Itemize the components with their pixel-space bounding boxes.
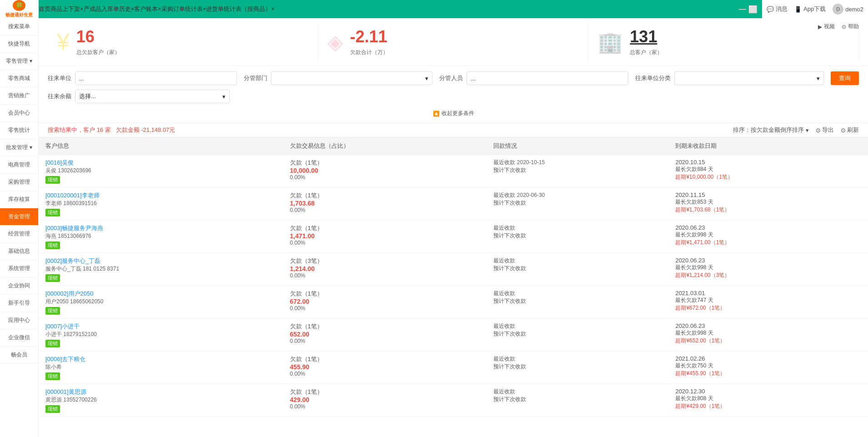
branch-person-input[interactable]: ... (467, 71, 628, 85)
customer-name[interactable]: [0007]小进干 (45, 322, 276, 331)
tab-进货单统计表（按商品）[interactable]: 进货单统计表（按商品）× (206, 5, 275, 13)
from-balance-select[interactable]: 选择... ▾ (75, 90, 230, 103)
due-date: 2020.06.23 (675, 257, 861, 264)
refresh-icon: ⊙ (841, 127, 846, 134)
sidebar-item-16[interactable]: 新手引导 (0, 295, 38, 312)
search-button[interactable]: 查询 (831, 71, 859, 85)
overdue-link[interactable]: 超期¥429.00（1笔） (675, 402, 861, 410)
max-debt-days: 最长欠款747 天 (675, 296, 861, 304)
sidebar-item-17[interactable]: 应用中心 (0, 312, 38, 329)
tab-客户账本[interactable]: 客户账本× (134, 5, 161, 13)
customer-name[interactable]: [000002]用户2050 (45, 290, 276, 298)
tab-close-icon[interactable]: × (131, 5, 135, 12)
help-btn[interactable]: ⊙ 帮助 (842, 23, 859, 30)
sidebar-item-6[interactable]: 零售统计 (0, 122, 38, 139)
overdue-link[interactable]: 超期¥672.00（1笔） (675, 304, 861, 312)
sidebar-item-19[interactable]: 畅会员 (0, 347, 38, 364)
overdue-link[interactable]: 超期¥652.00（1笔） (675, 337, 861, 345)
stat-debt-customers: ¥ 16 总欠款客户（家） (48, 23, 318, 61)
customer-phone: 海燕 18513066976 (45, 232, 276, 240)
col-customer-info: 客户信息 (39, 137, 283, 155)
stat-info-2: -2.11 欠款合计（万） (350, 27, 388, 56)
overdue-link[interactable]: 超期¥1,471.00（1笔） (675, 239, 861, 246)
tab-close-icon[interactable]: × (271, 5, 275, 12)
last-collect: 最近收款 (493, 290, 662, 297)
sidebar-item-5[interactable]: 会员中心 (0, 105, 38, 122)
overdue-link[interactable]: 超期¥1,703.68（1笔） (675, 206, 861, 214)
tab-商品上下架[interactable]: 商品上下架× (50, 5, 84, 13)
max-debt-days: 最长欠款750 天 (675, 362, 861, 370)
filter-row-2: 往来余额 选择... ▾ (48, 90, 230, 103)
logo-icon: 🍀 (13, 0, 25, 11)
due-date: 2020.10.15 (675, 159, 861, 166)
sidebar-item-2[interactable]: 零售管理 ▾ (0, 53, 38, 70)
top-right-area: 💬 消息 📱 App下载 D demo2 (762, 0, 868, 18)
table-row: [0001020001]李老师 李老师 18600391516 现销 欠款（1笔… (39, 188, 868, 221)
sidebar-item-9[interactable]: 采购管理 (0, 174, 38, 191)
last-collect: 最近收款 (493, 257, 662, 265)
sidebar-item-3[interactable]: 零售商城 (0, 70, 38, 87)
stats-bar: ¥ 16 总欠款客户（家） ◈ -2.11 欠款合计（万） 🏢 131 总客户（… (39, 18, 868, 66)
window-minimize-btn[interactable]: — (739, 5, 746, 13)
tab-close-icon[interactable]: × (80, 5, 84, 12)
sidebar-item-7[interactable]: 批发管理 ▾ (0, 139, 38, 156)
stat-debt-amount: ◈ -2.11 欠款合计（万） (318, 23, 589, 61)
debt-amount: 1,214.00 (290, 265, 480, 272)
debt-customers-label: 总欠款客户（家） (76, 49, 120, 56)
customer-name[interactable]: [0002]服务中心_丁磊 (45, 257, 276, 265)
refresh-btn[interactable]: ⊙ 刷新 (841, 126, 859, 134)
tab-产成品入库单历史[interactable]: 产成品入库单历史× (84, 5, 135, 13)
main-content: ¥ 16 总欠款客户（家） ◈ -2.11 欠款合计（万） 🏢 131 总客户（… (39, 18, 868, 437)
sidebar-item-15[interactable]: 企业协同 (0, 277, 38, 295)
from-unit-input[interactable]: ... (75, 71, 237, 85)
sidebar-item-11[interactable]: 资金管理 (0, 208, 38, 226)
sidebar-item-12[interactable]: 经营管理 (0, 226, 38, 243)
sort-selector[interactable]: 排序：按欠款金额倒序排序 ▾ (733, 126, 809, 134)
sidebar-item-18[interactable]: 企业微信 (0, 329, 38, 347)
user-avatar[interactable]: D demo2 (833, 4, 863, 15)
overdue-link[interactable]: 超期¥1,214.00（3笔） (675, 271, 861, 279)
app-download-btn[interactable]: 📱 App下载 (794, 5, 826, 13)
customer-name[interactable]: [000001]黄思源 (45, 388, 276, 396)
due-date-cell: 2021.03.01 最长欠款747 天 超期¥672.00（1笔） (668, 286, 868, 319)
message-btn[interactable]: 💬 消息 (767, 5, 788, 13)
customer-name[interactable]: [0016]吴俊 (45, 159, 276, 167)
from-unit-class-select[interactable]: ▾ (674, 71, 824, 85)
payment-status-cell: 最近收款 预计下次收款 (487, 319, 668, 352)
max-debt-days: 最长欠款998 天 (675, 329, 861, 337)
sidebar-item-0[interactable]: 搜索菜单 (0, 18, 38, 35)
sidebar-item-14[interactable]: 系统管理 (0, 260, 38, 277)
video-btn[interactable]: ▶ 视频 (818, 23, 835, 30)
customer-tag: 现销 (45, 340, 60, 347)
collapse-filters-btn[interactable]: 🔼 收起更多条件 (48, 108, 859, 119)
tab-首页[interactable]: 首页 (39, 5, 50, 13)
payment-status-cell: 最近收款 预计下次收款 (487, 221, 668, 253)
customer-phone: 李老师 18600391516 (45, 200, 276, 207)
branch-dept-select[interactable]: ▾ (271, 71, 433, 85)
next-collect: 预计下次收款 (493, 297, 662, 305)
export-btn[interactable]: ⊙ 导出 (816, 126, 834, 134)
overdue-link[interactable]: 超期¥455.90（1笔） (675, 370, 861, 377)
debt-info-cell: 欠款（1笔） 455.90 0.00% (283, 352, 487, 384)
customer-name[interactable]: [0001020001]李老师 (45, 191, 276, 200)
sidebar-item-1[interactable]: 快捷导航 (0, 35, 38, 53)
sidebar-item-8[interactable]: 电商管理 (0, 156, 38, 174)
sidebar-item-10[interactable]: 库存核算 (0, 191, 38, 208)
customer-name[interactable]: [0006]去下粮仓 (45, 355, 276, 363)
next-collect: 预计下次收款 (493, 265, 662, 272)
debt-amount-label: 欠款合计（万） (350, 49, 388, 56)
due-date: 2020.11.15 (675, 191, 861, 198)
sidebar-item-4[interactable]: 营销推广 (0, 87, 38, 105)
window-maximize-btn[interactable]: ⬜ (748, 5, 758, 14)
debt-amount: 1,703.68 (290, 200, 480, 207)
customer-name[interactable]: [0003]畅捷服务尹海燕 (45, 224, 276, 232)
sidebar-item-13[interactable]: 基础信息 (0, 243, 38, 260)
tab-采购订单统计表[interactable]: 采购订单统计表× (161, 5, 206, 13)
money-icon: ¥ (57, 29, 70, 55)
filter-from-balance: 往来余额 选择... ▾ (48, 90, 230, 103)
tab-close-icon[interactable]: × (158, 5, 161, 12)
tab-close-icon[interactable]: × (203, 5, 206, 12)
overdue-link[interactable]: 超期¥10,000.00（1笔） (675, 173, 861, 181)
max-debt-days: 最长欠款853 天 (675, 198, 861, 206)
debt-count: 欠款（1笔） (290, 224, 480, 232)
